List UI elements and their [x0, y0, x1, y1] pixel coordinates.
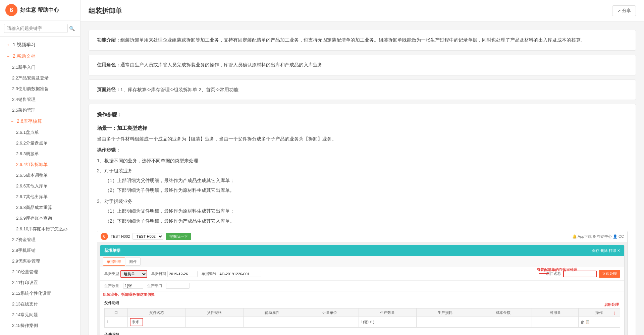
th-aux: 辅助属性 [243, 308, 301, 317]
step3-1: （1）上部明细为父件明细，最终作为原材料生成其它出库单； [97, 207, 628, 215]
mock-field-num: 单据编号 [202, 271, 261, 277]
sidebar-item-data-prep[interactable]: 2.3使用前数据准备 [0, 83, 80, 94]
td-name: 米米 [128, 317, 185, 328]
role-label: 使用角色： [97, 62, 120, 67]
path-label: 页面路径： [97, 87, 120, 92]
step2-2: （2）下部明细为子件明细，最终作为原材料生成其它出库单。 [97, 186, 628, 194]
td-loss [416, 317, 474, 328]
table1-header-row: ☐ 父件名称 父件规格 辅助属性 计量单位 生产数量 生产损耗 成本金额 [105, 308, 620, 317]
td-num: 1 [105, 317, 128, 328]
sidebar-item-print[interactable]: 2.11打印设置 [0, 277, 80, 288]
step2-1: （1）上部明细为父件明细，最终作为产成品生成其它入库单； [97, 176, 628, 185]
collapse-icon-2: － [9, 119, 15, 124]
sidebar-item-partial-count[interactable]: 2.6.2分量盘点单 [0, 138, 80, 149]
mock-modal-title: 新增单据 [104, 247, 120, 254]
page-title: 组装拆卸单 [89, 6, 122, 15]
role-text: 使用角色：通常由生产人员或库管人员完成拆装业务的操作，库管人员确认原材料的出库和… [97, 61, 628, 69]
sidebar-item-faq[interactable]: 2.14常见问题 [0, 310, 80, 320]
search-input[interactable] [4, 24, 68, 33]
mock-date-input[interactable] [167, 271, 198, 277]
sidebar-item-coupon[interactable]: 2.9优惠券管理 [0, 256, 80, 267]
sidebar-item-ledger[interactable]: 2.6.9库存账本查询 [0, 213, 80, 224]
sidebar-item-finance[interactable]: 2.7资金管理 [0, 234, 80, 245]
share-button[interactable]: ↗ 分享 [612, 5, 636, 16]
td-spec [185, 317, 243, 328]
sidebar-item-cases[interactable]: 2.15操作案例 [0, 320, 80, 331]
sidebar-item-docs[interactable]: － 2.帮助文档 [0, 51, 80, 62]
sidebar-item-videos[interactable]: ＋ 1.视频学习 [0, 39, 80, 51]
annotation-process: 启用处理 [604, 301, 619, 308]
mock-qty-input[interactable] [123, 283, 143, 289]
mock-num-label: 单据编号 [202, 271, 216, 277]
screenshot-wrapper: 6 TEST-H002 TEST-H002 挖掘我一下 🔔 App下载 ⚙ 帮助… [97, 231, 627, 335]
mock-num-input[interactable] [218, 271, 261, 277]
mock-section-text: 父件明细 [104, 301, 119, 305]
mock-modal-actions: 保存 删除 打印 ✕ [592, 247, 620, 254]
sidebar-item-other-in[interactable]: 2.6.6其他入库单 [0, 181, 80, 191]
sidebar-item-operations[interactable]: 2.10经营管理 [0, 267, 80, 277]
td-op: 🗑 📋 [578, 317, 620, 328]
sidebar-item-install[interactable]: 2.2产品安装及登录 [0, 73, 80, 83]
th-checkbox: ☐ [105, 308, 128, 317]
share-label: 分享 [622, 8, 631, 14]
step3: 3、对于拆装业务 [97, 197, 628, 206]
share-icon: ↗ [617, 8, 621, 13]
sidebar-item-cost-adjust[interactable]: 2.6.5成本调整单 [0, 170, 80, 181]
sidebar: 6 好生意 帮助中心 🔍 ＋ 1.视频学习 － 2.帮助文档 2.1新手入门 2… [0, 0, 80, 335]
search-button[interactable]: 🔍 [68, 24, 76, 33]
mock-confirm-btn[interactable]: 立即处理 [599, 270, 620, 278]
sidebar-item-mobile[interactable]: 2.8手机旺铺 [0, 245, 80, 256]
sidebar-item-inventory[interactable]: － 2.6库存核算 [0, 116, 80, 127]
expand-icon: ＋ [5, 42, 11, 48]
th-unit: 计量单位 [301, 308, 359, 317]
sidebar-item-settings[interactable]: 2.12系统个性化设置 [0, 288, 80, 299]
mock-tab-active[interactable]: 单据明细 [103, 258, 125, 266]
nav-list: ＋ 1.视频学习 － 2.帮助文档 2.1新手入门 2.2产品安装及登录 2.3… [0, 37, 80, 335]
path-text: 页面路径：1、库存核算->库存管理->组装拆卸单 2、首页->常用功能 [97, 86, 628, 94]
mock-modal: 新增单据 保存 删除 打印 ✕ 单据明细 附件 [100, 245, 625, 335]
th-parent-spec: 父件规格 [185, 308, 243, 317]
td-avail [532, 317, 579, 328]
steps-heading-2: 操作步骤： [97, 146, 628, 154]
scenario1-heading: 场景一：加工类型选择 [97, 124, 628, 132]
mock-tab2[interactable]: 附件 [126, 258, 141, 266]
td-unit [301, 317, 359, 328]
th-cost: 成本金额 [474, 308, 532, 317]
mock-app: 6 TEST-H002 TEST-H002 挖掘我一下 🔔 App下载 ⚙ 帮助… [97, 231, 627, 335]
annotation-top: 有装配清单的在这里处理 [537, 267, 577, 273]
mock-company-dropdown[interactable]: TEST-H002 [132, 233, 163, 240]
mock-modal-header: 新增单据 保存 删除 打印 ✕ [100, 245, 624, 256]
table1-row1: 1 米米 1(张+/1) [105, 317, 620, 328]
step1: 1、根据不同的业务，选择不同单据的类型来处理 [97, 157, 628, 165]
sidebar-item-transfer[interactable]: 2.6.3调拨单 [0, 149, 80, 159]
sidebar-header: 6 好生意 帮助中心 [0, 0, 80, 20]
sidebar-item-purchase[interactable]: 2.5采购管理 [0, 105, 80, 116]
content-area: 功能介绍：组装拆卸单用来处理企业组装或拆卸等加工业务，支持有固定装配清单的产品加… [80, 22, 644, 335]
sidebar-item-payment[interactable]: 2.13在线支付 [0, 299, 80, 310]
sidebar-item-stock-count[interactable]: 2.6.1盘点单 [0, 127, 80, 138]
sidebar-item-assembly[interactable]: 2.6.4组装拆卸单 [0, 159, 80, 170]
sidebar-item-other-out[interactable]: 2.6.7其他出库单 [0, 191, 80, 202]
td-name-input[interactable]: 米米 [130, 318, 143, 326]
mock-section-label2: 子件明细 [104, 330, 620, 335]
sidebar-item-newuser[interactable]: 2.1新手入门 [0, 62, 80, 73]
intro-label: 功能介绍： [97, 37, 120, 43]
th-parent-name: 父件名称 [128, 308, 185, 317]
mock-type-select[interactable]: 组装单 拆卸单 [120, 270, 147, 278]
mock-qty-label: 生产数量 [104, 283, 119, 289]
mock-section-label: 父件明细 [104, 299, 620, 307]
sidebar-item-sales[interactable]: 2.4销售管理 [0, 94, 80, 105]
sidebar-item-label: 2.6库存核算 [17, 118, 42, 124]
main-content: 组装拆卸单 ↗ 分享 功能介绍：组装拆卸单用来处理企业组装或拆卸等加工业务，支持… [80, 0, 644, 335]
sidebar-item-cost-recalc[interactable]: 2.6.8商品成本重算 [0, 202, 80, 213]
th-loss: 生产损耗 [416, 308, 474, 317]
mock-topbar: 6 TEST-H002 TEST-H002 挖掘我一下 🔔 App下载 ⚙ 帮助… [97, 231, 627, 242]
mock-dept-input[interactable] [166, 283, 190, 289]
ops-heading: 操作步骤： [97, 110, 628, 119]
sidebar-item-label: 1.视频学习 [13, 42, 36, 48]
sidebar-item-ledger-fix[interactable]: 2.6.10库存账本错了怎么办 [0, 224, 80, 234]
mock-modal-nav: 保存 删除 打印 ✕ [592, 247, 620, 254]
mock-field-date: 单据日期 [151, 271, 198, 277]
mock-nav-icons: 🔔 App下载 ⚙ 帮助中心 👤 CC [572, 233, 624, 240]
search-box: 🔍 [0, 20, 80, 37]
